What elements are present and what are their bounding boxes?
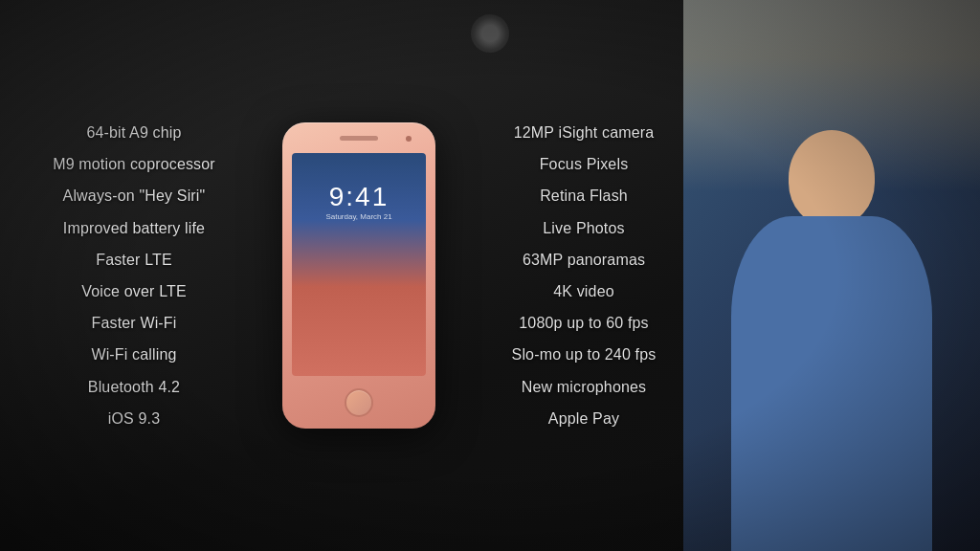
feature-left-volte: Voice over LTE [38, 282, 230, 300]
feature-left-bluetooth: Bluetooth 4.2 [38, 378, 230, 396]
feature-left-siri: Always-on "Hey Siri" [38, 187, 230, 205]
presenter-shirt [731, 216, 932, 551]
phone-screen: 9:41 Saturday, March 21 [292, 153, 426, 376]
content-area: 64-bit A9 chipM9 motion coprocessorAlway… [0, 0, 699, 551]
feature-left-chip: 64-bit A9 chip [38, 123, 230, 142]
feature-right-livephotos: Live Photos [488, 219, 679, 237]
feature-left-battery: Improved battery life [38, 219, 230, 237]
feature-right-1080p: 1080p up to 60 fps [488, 314, 679, 332]
phone-home-button [345, 388, 373, 417]
feature-right-panorama: 63MP panoramas [488, 251, 679, 269]
phone-container: 9:41 Saturday, March 21 [230, 122, 488, 429]
phone-body: 9:41 Saturday, March 21 [282, 122, 435, 429]
feature-right-camera: 12MP iSight camera [488, 123, 679, 142]
feature-left-wifi-calling: Wi-Fi calling [38, 345, 230, 364]
features-right-column: 12MP iSight cameraFocus PixelsRetina Fla… [488, 123, 679, 428]
feature-left-ios: iOS 9.3 [38, 409, 230, 428]
presenter-body [712, 92, 951, 551]
feature-right-slomo: Slo-mo up to 240 fps [488, 345, 679, 364]
feature-right-mic: New microphones [488, 378, 679, 396]
phone-camera [406, 136, 412, 142]
phone-speaker [340, 136, 378, 141]
feature-right-focus: Focus Pixels [488, 155, 679, 173]
feature-left-coprocessor: M9 motion coprocessor [38, 155, 230, 173]
feature-left-wifi: Faster Wi-Fi [38, 314, 230, 332]
presenter-area [683, 0, 980, 551]
phone-date: Saturday, March 21 [292, 212, 426, 221]
presenter-head [789, 130, 875, 226]
features-left-column: 64-bit A9 chipM9 motion coprocessorAlway… [38, 123, 230, 428]
feature-right-flash: Retina Flash [488, 187, 679, 205]
phone-time: 9:41 [292, 182, 426, 212]
phone-wrapper: 9:41 Saturday, March 21 [282, 122, 435, 429]
feature-right-pay: Apple Pay [488, 409, 679, 428]
feature-left-lte: Faster LTE [38, 251, 230, 269]
feature-right-4k: 4K video [488, 282, 679, 300]
